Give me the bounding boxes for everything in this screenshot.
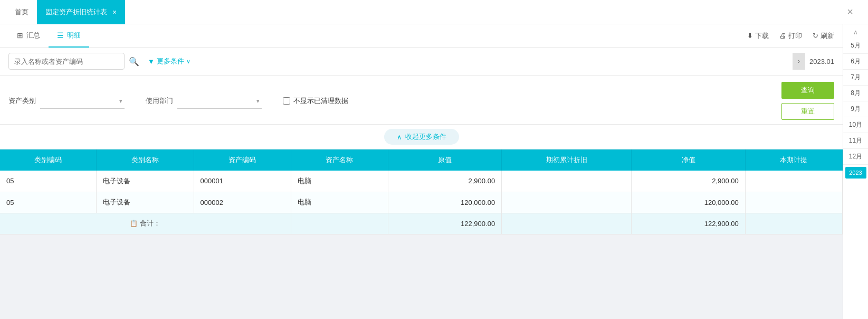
- detail-label: 明细: [67, 31, 81, 40]
- nav-arrow-button[interactable]: ›: [793, 53, 805, 70]
- reset-button[interactable]: 重置: [781, 103, 834, 120]
- month-item[interactable]: 6月: [843, 54, 869, 70]
- collapse-button[interactable]: ∧ 收起更多条件: [384, 129, 459, 145]
- month-item[interactable]: 8月: [843, 86, 869, 101]
- hide-cleared-label: 不显示已清理数据: [293, 96, 348, 106]
- cell-asset-code: 000002: [194, 192, 291, 213]
- tab-close-icon[interactable]: ×: [112, 8, 117, 16]
- total-net-value: 122,900.00: [632, 213, 745, 234]
- month-item[interactable]: 10月: [843, 117, 869, 133]
- year-badge[interactable]: 2023: [845, 167, 866, 179]
- total-current-dep: [745, 213, 842, 234]
- cell-accumulated-dep: [502, 192, 632, 213]
- cell-category-code: 05: [0, 192, 97, 213]
- month-item[interactable]: 12月: [843, 149, 869, 165]
- total-original-value: 122,900.00: [388, 213, 501, 234]
- nav-home[interactable]: 首页: [6, 0, 37, 24]
- month-item[interactable]: 11月: [843, 133, 869, 149]
- total-asset-name: [291, 213, 388, 234]
- refresh-icon: ↻: [813, 32, 818, 40]
- table-wrapper: 类别编码 类别名称 资产编码 资产名称 原值 期初累计折旧 净值 本期计提 05…: [0, 149, 843, 234]
- more-filter-label: 更多条件: [157, 57, 184, 66]
- department-label: 使用部门: [146, 96, 173, 106]
- window-close-button[interactable]: ×: [847, 6, 862, 18]
- print-label: 打印: [788, 31, 802, 41]
- up-arrow-button[interactable]: ∧: [851, 26, 860, 38]
- col-header-original-value: 原值: [388, 149, 501, 171]
- asset-category-select[interactable]: [40, 93, 125, 109]
- total-label: 📋合计：: [0, 213, 291, 234]
- table-row[interactable]: 05 电子设备 000002 电脑 120,000.00 120,000.00: [0, 192, 843, 213]
- cell-category-name: 电子设备: [97, 171, 194, 192]
- print-button[interactable]: 🖨 打印: [779, 31, 802, 41]
- download-icon: ⬇: [747, 32, 753, 40]
- chevron-down-icon: ∨: [186, 58, 190, 65]
- col-header-asset-name: 资产名称: [291, 149, 388, 171]
- cell-asset-name: 电脑: [291, 171, 388, 192]
- query-button[interactable]: 查询: [781, 82, 834, 99]
- cell-net-value: 2,900.00: [632, 171, 745, 192]
- col-header-current-dep: 本期计提: [745, 149, 842, 171]
- detail-icon: ☰: [57, 31, 64, 40]
- download-label: 下载: [755, 31, 769, 41]
- summary-icon: ⊞: [17, 31, 23, 40]
- asset-category-label: 资产类别: [8, 96, 36, 106]
- cell-original-value: 120,000.00: [388, 192, 501, 213]
- tab-detail[interactable]: ☰ 明细: [49, 24, 89, 48]
- month-item[interactable]: 5月: [843, 38, 869, 54]
- refresh-label: 刷新: [821, 31, 834, 41]
- active-tab[interactable]: 固定资产折旧统计表 ×: [37, 0, 125, 24]
- col-header-asset-code: 资产编码: [194, 149, 291, 171]
- cell-current-dep: [745, 192, 842, 213]
- date-display: 2023.01: [809, 58, 834, 65]
- col-header-category-code: 类别编码: [0, 149, 97, 171]
- cell-category-code: 05: [0, 171, 97, 192]
- table-row[interactable]: 05 电子设备 000001 电脑 2,900.00 2,900.00: [0, 171, 843, 192]
- collapse-label: 收起更多条件: [405, 132, 446, 142]
- cell-asset-code: 000001: [194, 171, 291, 192]
- col-header-net-value: 净值: [632, 149, 745, 171]
- cell-current-dep: [745, 171, 842, 192]
- col-header-category-name: 类别名称: [97, 149, 194, 171]
- department-select[interactable]: [177, 93, 262, 109]
- print-icon: 🖨: [779, 32, 786, 40]
- cell-asset-name: 电脑: [291, 192, 388, 213]
- collapse-icon: ∧: [397, 133, 402, 141]
- summary-label: 汇总: [26, 31, 40, 40]
- cell-original-value: 2,900.00: [388, 171, 501, 192]
- refresh-button[interactable]: ↻ 刷新: [813, 31, 834, 41]
- month-item[interactable]: 7月: [843, 70, 869, 86]
- cell-accumulated-dep: [502, 171, 632, 192]
- search-icon[interactable]: 🔍: [129, 57, 139, 67]
- table-total-row: 📋合计： 122,900.00 122,900.00: [0, 213, 843, 234]
- download-button[interactable]: ⬇ 下载: [747, 31, 769, 41]
- col-header-accumulated-dep: 期初累计折旧: [502, 149, 632, 171]
- total-accumulated-dep: [502, 213, 632, 234]
- filter-icon: ▼: [148, 58, 155, 65]
- more-filter-button[interactable]: ▼ 更多条件 ∨: [148, 57, 190, 66]
- search-input[interactable]: [8, 53, 125, 70]
- cell-net-value: 120,000.00: [632, 192, 745, 213]
- month-item[interactable]: 9月: [843, 101, 869, 117]
- tab-label: 固定资产折旧统计表: [45, 7, 107, 17]
- tab-summary[interactable]: ⊞ 汇总: [8, 24, 49, 48]
- cell-category-name: 电子设备: [97, 192, 194, 213]
- total-icon: 📋: [130, 220, 138, 227]
- hide-cleared-checkbox[interactable]: [283, 97, 290, 105]
